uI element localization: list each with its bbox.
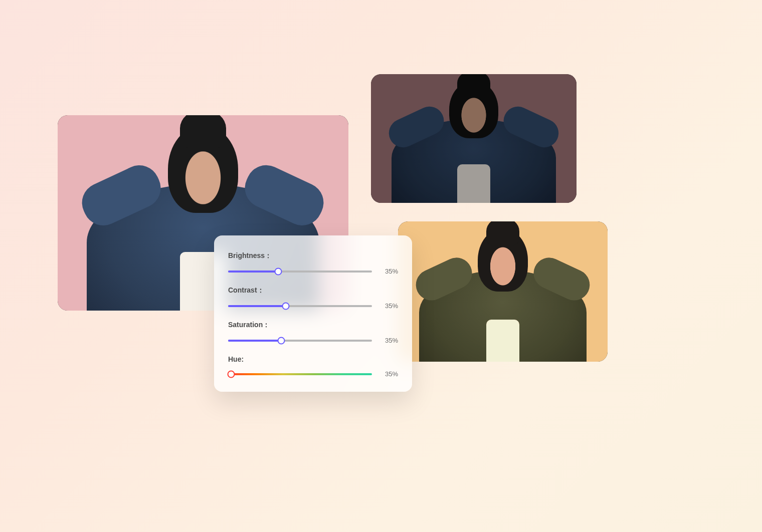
brightness-label: Brightness： xyxy=(228,251,398,260)
saturation-value: 35% xyxy=(380,337,398,344)
contrast-thumb[interactable] xyxy=(282,302,289,310)
brightness-value: 35% xyxy=(380,268,398,275)
hue-value: 35% xyxy=(380,370,398,378)
contrast-row: Contrast： 35% xyxy=(228,286,398,310)
brightness-slider[interactable] xyxy=(228,271,372,273)
editor-canvas: Brightness： 35% Contrast： 35% Saturation… xyxy=(0,0,762,532)
saturation-thumb[interactable] xyxy=(278,337,285,344)
contrast-value: 35% xyxy=(380,302,398,310)
brightness-thumb[interactable] xyxy=(275,268,282,275)
contrast-label: Contrast： xyxy=(228,286,398,295)
adjustment-panel: Brightness： 35% Contrast： 35% Saturation… xyxy=(214,235,412,392)
saturation-label: Saturation： xyxy=(228,321,398,330)
contrast-fill xyxy=(228,305,286,307)
hue-row: Hue: 35% xyxy=(228,355,398,378)
contrast-slider[interactable] xyxy=(228,305,372,307)
saturation-fill xyxy=(228,340,281,342)
hue-slider[interactable] xyxy=(228,373,372,375)
hue-thumb[interactable] xyxy=(227,370,235,378)
saturation-row: Saturation： 35% xyxy=(228,321,398,344)
brightness-fill xyxy=(228,271,278,273)
saturation-slider[interactable] xyxy=(228,340,372,342)
brightness-row: Brightness： 35% xyxy=(228,251,398,275)
hue-label: Hue: xyxy=(228,355,398,363)
image-preview-variant-warm[interactable] xyxy=(398,221,608,362)
image-preview-variant-dark[interactable] xyxy=(371,74,577,203)
